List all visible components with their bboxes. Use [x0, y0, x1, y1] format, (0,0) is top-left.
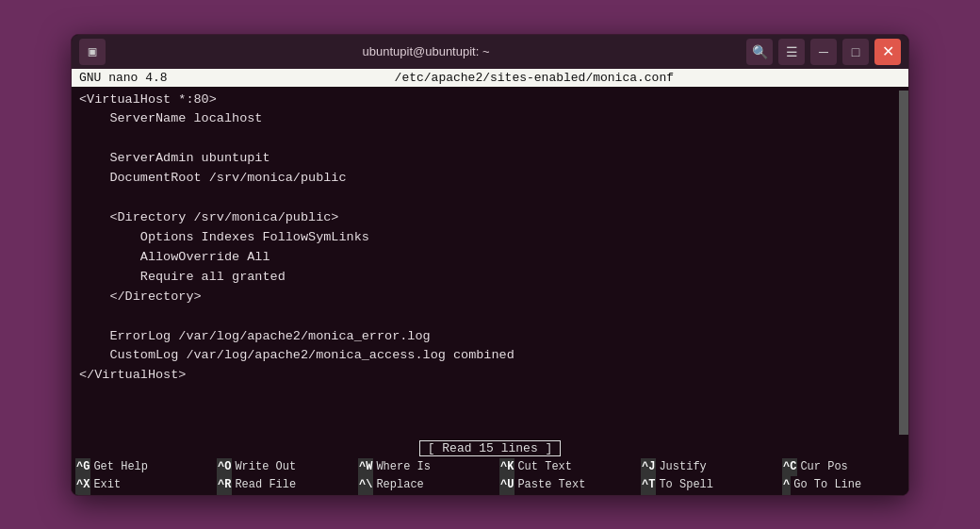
- shortcut-key: ^\: [358, 476, 373, 494]
- file-path: /etc/apache2/sites-enabled/monica.conf: [395, 71, 674, 85]
- editor-area[interactable]: <VirtualHost *:80> ServerName localhost …: [72, 87, 908, 439]
- editor-line: AllowOverride All: [79, 248, 891, 268]
- titlebar: ▣ ubuntupit@ubuntupit: ~ 🔍 ☰ ─ □ ✕: [72, 35, 908, 69]
- editor-line: <Directory /srv/monica/public>: [79, 208, 891, 228]
- shortcut-key: ^R: [217, 476, 232, 494]
- shortcut-key: ^G: [75, 458, 90, 476]
- shortcut-key: ^W: [358, 458, 373, 476]
- editor-line: ErrorLog /var/log/apache2/monica_error.l…: [79, 327, 891, 347]
- shortcut-item: ^GGet Help: [75, 458, 198, 476]
- search-icon: 🔍: [752, 44, 768, 59]
- scrollbar[interactable]: [899, 91, 908, 436]
- search-button[interactable]: 🔍: [746, 39, 773, 65]
- shortcut-item: ^UPaste Text: [499, 476, 622, 494]
- editor-line: <VirtualHost *:80>: [79, 91, 891, 110]
- editor-line: CustomLog /var/log/apache2/monica_access…: [79, 346, 891, 366]
- shortcut-item: ^TTo Spell: [641, 476, 763, 494]
- status-message: [ Read 15 lines ]: [419, 440, 562, 456]
- status-bar: [ Read 15 lines ]: [72, 438, 908, 458]
- shortcut-label: Replace: [376, 476, 423, 494]
- shortcut-item: ^XExit: [75, 476, 198, 494]
- editor-content: <VirtualHost *:80> ServerName localhost …: [72, 91, 899, 436]
- shortcut-label: To Spell: [659, 476, 713, 494]
- shortcut-label: Cut Text: [517, 458, 572, 476]
- shortcut-label: Exit: [93, 476, 121, 494]
- shortcut-label: Where Is: [376, 458, 431, 476]
- editor-line: </Directory>: [79, 288, 891, 307]
- window-controls: 🔍 ☰ ─ □ ✕: [746, 39, 901, 65]
- editor-line: Options Indexes FollowSymLinks: [79, 228, 891, 248]
- shortcut-item: ^\Replace: [358, 476, 481, 494]
- shortcut-label: Go To Line: [793, 476, 861, 494]
- close-icon: ✕: [882, 42, 894, 60]
- editor-line: Require all granted: [79, 268, 891, 288]
- shortcut-item: ^Go To Line: [782, 476, 905, 494]
- minimize-button[interactable]: ─: [810, 39, 837, 65]
- close-button[interactable]: ✕: [874, 39, 901, 65]
- editor-line: [79, 189, 891, 208]
- shortcut-key: ^C: [782, 458, 797, 476]
- shortcut-label: Paste Text: [517, 476, 585, 494]
- shortcut-key: ^: [782, 476, 791, 494]
- editor-line: [79, 129, 891, 149]
- maximize-button[interactable]: □: [842, 39, 869, 65]
- shortcuts-row-2: ^XExit^RRead File^\Replace^UPaste Text^T…: [75, 476, 905, 494]
- scrollbar-thumb[interactable]: [899, 91, 908, 436]
- editor-line: ServerAdmin ubuntupit: [79, 149, 891, 169]
- nano-version: GNU nano 4.8: [79, 71, 168, 85]
- shortcut-item: ^OWrite Out: [217, 458, 339, 476]
- maximize-icon: □: [852, 44, 859, 59]
- shortcut-label: Get Help: [93, 458, 148, 476]
- menu-icon: ☰: [786, 44, 798, 59]
- shortcut-key: ^T: [641, 476, 656, 494]
- editor-line: ServerName localhost: [79, 109, 891, 129]
- shortcut-item: ^JJustify: [641, 458, 763, 476]
- minimize-icon: ─: [819, 44, 828, 59]
- terminal-window: ▣ ubuntupit@ubuntupit: ~ 🔍 ☰ ─ □ ✕ GNU n…: [71, 34, 909, 496]
- nano-header: GNU nano 4.8 /etc/apache2/sites-enabled/…: [72, 69, 908, 87]
- shortcut-item: ^KCut Text: [499, 458, 622, 476]
- terminal-icon-symbol: ▣: [89, 43, 96, 59]
- editor-line: [79, 307, 891, 327]
- shortcut-label: Cur Pos: [800, 458, 847, 476]
- shortcut-label: Write Out: [235, 458, 296, 476]
- shortcuts-bar: ^GGet Help^OWrite Out^WWhere Is^KCut Tex…: [72, 458, 908, 494]
- shortcut-item: ^CCur Pos: [782, 458, 905, 476]
- menu-button[interactable]: ☰: [778, 39, 805, 65]
- shortcut-item: ^WWhere Is: [358, 458, 481, 476]
- shortcut-label: Justify: [659, 458, 706, 476]
- shortcut-key: ^O: [217, 458, 232, 476]
- shortcut-key: ^X: [75, 476, 90, 494]
- editor-line: </VirtualHost>: [79, 366, 891, 386]
- shortcut-label: Read File: [235, 476, 296, 494]
- shortcut-key: ^K: [499, 458, 514, 476]
- shortcut-key: ^J: [641, 458, 656, 476]
- shortcut-item: ^RRead File: [217, 476, 339, 494]
- titlebar-left: ▣: [79, 39, 106, 65]
- editor-line: DocumentRoot /srv/monica/public: [79, 169, 891, 189]
- window-title: ubuntupit@ubuntupit: ~: [106, 44, 746, 58]
- shortcut-key: ^U: [499, 476, 514, 494]
- shortcuts-row-1: ^GGet Help^OWrite Out^WWhere Is^KCut Tex…: [75, 458, 905, 476]
- terminal-icon: ▣: [79, 39, 106, 65]
